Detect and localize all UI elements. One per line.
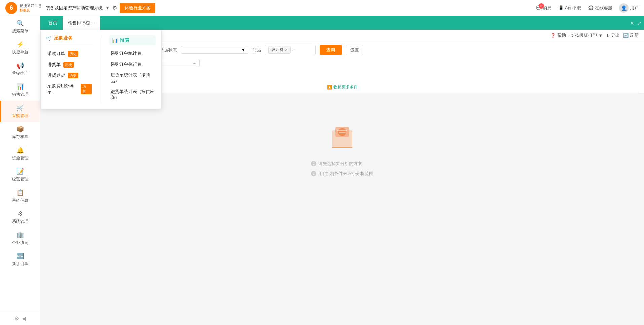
- sidebar-settings-button[interactable]: ⚙: [14, 315, 19, 322]
- header-center: 装备及固定资产辅助管理系统 ▼ ⚙ 体验行业方案: [46, 3, 536, 13]
- purchase-return-history-badge: 历史: [68, 73, 78, 78]
- sidebar-item-sales[interactable]: 📊 销售管理: [0, 80, 40, 101]
- lightning-icon: ⚡: [16, 41, 24, 48]
- tip1-bullet: 1: [311, 161, 316, 166]
- export-button[interactable]: ⬇ 导出: [606, 32, 620, 38]
- sidebar-label-enterprise: 企业协同: [12, 240, 28, 246]
- toolbar-right: ❓ 帮助 🖨 按模板打印 ▼ ⬇ 导出 🔄 刷新: [550, 32, 639, 38]
- sidebar-label-basic: 基础信息: [12, 198, 28, 203]
- print-button[interactable]: 🖨 按模板打印 ▼: [569, 32, 603, 38]
- empty-state: 1 请先选择要分析的方案 2 用[过滤]条件来缩小分析范围: [40, 93, 644, 205]
- status-dropdown[interactable]: ▼: [181, 46, 248, 54]
- dropdown-item-receipt-stat-goods[interactable]: 进货单统计表（按商品）: [109, 70, 156, 86]
- sidebar-item-basic[interactable]: 📋 基础信息: [0, 186, 40, 207]
- dropdown-overlay: 🛒 采购业务 采购订单 历史 进货单 历史 进货退货 历史 采购费用分摊单 历史: [40, 30, 162, 109]
- sidebar-label-system: 系统管理: [12, 219, 28, 225]
- reports-col-icon: 📊: [112, 38, 118, 43]
- empty-tip1: 请先选择要分析的方案: [318, 159, 362, 168]
- guide-icon: 🆕: [16, 252, 24, 260]
- operations-icon: 📝: [16, 168, 24, 175]
- dropdown-purchase-title: 🛒 采购业务: [46, 35, 93, 44]
- sidebar-label-purchase: 采购管理: [12, 113, 28, 119]
- sidebar-item-marketing[interactable]: 📢 营销推广: [0, 58, 40, 80]
- export-icon: ⬇: [606, 33, 610, 38]
- notification-badge: 6: [539, 3, 544, 9]
- user-name: 用户: [630, 5, 639, 11]
- help-label: 帮助: [557, 32, 566, 38]
- purchase-order-exec-label: 采购订单执行表: [111, 61, 141, 67]
- active-bar: [0, 101, 1, 122]
- export-label: 导出: [611, 32, 620, 38]
- refresh-label: 刷新: [630, 32, 639, 38]
- dropdown-purchase-col: 🛒 采购业务 采购订单 历史 进货单 历史 进货退货 历史 采购费用分摊单 历史: [46, 35, 93, 103]
- goods-filter-label: 商品: [252, 47, 261, 53]
- industry-button[interactable]: 体验行业方案: [120, 3, 155, 13]
- sidebar: 🔍 搜索菜单 ⚡ 快捷导航 📢 营销推广 📊 销售管理 🛒 采购管理 📦 库存核…: [0, 16, 40, 325]
- sidebar-item-capital[interactable]: 🔔 资金管理: [0, 143, 40, 164]
- dropdown-item-receipt-stat-supplier[interactable]: 进货单统计表（按供应商）: [109, 86, 156, 103]
- tab-close-icon[interactable]: ✕: [92, 21, 95, 25]
- sidebar-item-operations[interactable]: 📝 经营管理: [0, 164, 40, 186]
- notification-item[interactable]: 💬 6 消息: [536, 5, 551, 11]
- dropdown-reports-col: 📊 报表 采购订单统计表 采购订单执行表 进货单统计表（按商品） 进货单统计表（…: [109, 35, 156, 103]
- sidebar-collapse-button[interactable]: ◀: [22, 315, 26, 322]
- headset-icon: 🎧: [588, 5, 594, 10]
- tab-home[interactable]: 首页: [43, 16, 63, 30]
- app-download-item[interactable]: 📱 App下载: [558, 5, 581, 11]
- query-button[interactable]: 查询: [320, 45, 342, 55]
- sidebar-label-sales: 销售管理: [12, 92, 28, 97]
- dropdown-item-purchase-return[interactable]: 进货退货 历史: [46, 70, 93, 81]
- logo-icon: 6: [5, 2, 17, 14]
- logo-badge: 标准版: [20, 8, 42, 12]
- sidebar-label-guide: 新手引导: [12, 261, 28, 267]
- purchase-order-label: 采购订单: [47, 51, 65, 57]
- dropdown-item-purchase-order-exec[interactable]: 采购订单执行表: [109, 59, 156, 70]
- sidebar-item-system[interactable]: ⚙ 系统管理: [0, 207, 40, 228]
- help-button[interactable]: ❓ 帮助: [550, 32, 566, 38]
- system-dropdown-button[interactable]: ▼: [105, 5, 110, 10]
- sidebar-item-purchase[interactable]: 🛒 采购管理: [0, 101, 40, 122]
- dropdown-item-purchase-expense[interactable]: 采购费用分摊单 历史: [46, 81, 93, 97]
- tab-sales-rank-label: 销售排行榜: [68, 20, 90, 26]
- sidebar-label-quick: 快捷导航: [12, 49, 28, 55]
- app-download-label: App下载: [565, 5, 581, 11]
- sidebar-item-guide[interactable]: 🆕 新手引导: [0, 249, 40, 270]
- sidebar-item-enterprise[interactable]: 🏢 企业协同: [0, 228, 40, 249]
- dropdown-item-purchase-order[interactable]: 采购订单 历史: [46, 48, 93, 59]
- online-service-item[interactable]: 🎧 在线客服: [588, 5, 612, 11]
- dropdown-item-purchase-receipt[interactable]: 进货单 历史: [46, 59, 93, 70]
- sidebar-label-search: 搜索菜单: [12, 28, 28, 34]
- online-service-label: 在线客服: [595, 5, 612, 11]
- salesperson-ellipsis[interactable]: ···: [193, 60, 196, 66]
- refresh-icon: 🔄: [623, 33, 629, 38]
- goods-ellipsis[interactable]: ···: [292, 47, 296, 52]
- sidebar-item-inventory[interactable]: 📦 库存核算: [0, 122, 40, 143]
- tip2-bullet: 2: [311, 171, 316, 176]
- goods-tag-value: 设计费: [271, 47, 283, 53]
- tab-bar-right: ✕ ⤢: [630, 20, 641, 26]
- logo-text-block: 畅捷通好生意 标准版: [20, 3, 42, 12]
- receipt-stat-supplier-label: 进货单统计表（按供应商）: [111, 89, 155, 101]
- sidebar-label-capital: 资金管理: [12, 155, 28, 161]
- goods-tag-remove[interactable]: ✕: [285, 48, 288, 52]
- header-settings-button[interactable]: ⚙: [112, 5, 117, 11]
- col-divider: [101, 35, 101, 103]
- sidebar-item-quick[interactable]: ⚡ 快捷导航: [0, 37, 40, 58]
- logo-name: 畅捷通好生意: [20, 3, 42, 8]
- refresh-button[interactable]: 🔄 刷新: [623, 32, 639, 38]
- sidebar-item-search[interactable]: 🔍 搜索菜单: [0, 16, 40, 37]
- tab-sales-rank[interactable]: 销售排行榜 ✕: [63, 16, 100, 30]
- purchase-receipt-label: 进货单: [47, 62, 61, 68]
- settings-small-button[interactable]: 设置: [346, 45, 363, 55]
- sidebar-bottom: ⚙ ◀: [0, 312, 40, 325]
- capital-icon: 🔔: [16, 147, 24, 154]
- purchase-order-stat-label: 采购订单统计表: [111, 50, 141, 56]
- receipt-stat-goods-label: 进货单统计表（按商品）: [111, 72, 155, 84]
- purchase-receipt-history-badge: 历史: [63, 62, 74, 68]
- tab-close-window-button[interactable]: ✕: [630, 20, 634, 26]
- tab-expand-button[interactable]: ⤢: [637, 20, 641, 26]
- dropdown-item-purchase-order-stat[interactable]: 采购订单统计表: [109, 48, 156, 59]
- svg-rect-3: [337, 130, 347, 131]
- user-item[interactable]: 👤 用户: [619, 3, 639, 13]
- logo-area: 6 畅捷通好生意 标准版: [5, 2, 46, 14]
